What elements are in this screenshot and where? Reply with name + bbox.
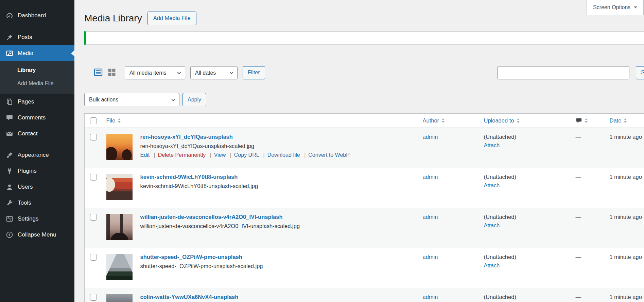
admin-menu: Dashboard Posts Media Library Add Media … [0,0,74,243]
edit-link[interactable]: Edit [140,152,150,158]
media-row: colin-watts-YwwUXa6NvX4-unsplash colin-w… [85,288,644,302]
sidebar-item-dashboard[interactable]: Dashboard [0,7,74,23]
sort-arrows-icon [585,118,588,123]
media-thumbnail[interactable] [106,134,133,160]
sidebar-item-tools[interactable]: Tools [0,195,74,211]
author-link[interactable]: admin [423,134,438,140]
sidebar-item-collapse-menu[interactable]: Collapse Menu [0,227,74,243]
sort-by-file[interactable]: File [106,117,121,124]
sort-by-comments[interactable] [576,117,588,124]
filter-button[interactable]: Filter [243,66,265,79]
media-thumbnail[interactable] [106,254,133,280]
author-link[interactable]: admin [423,174,438,180]
media-row: kevin-schmid-9WicLhY0tI8-unsplash kevin-… [85,168,644,208]
media-title-link[interactable]: kevin-schmid-9WicLhY0tI8-unsplash [140,174,238,180]
media-title-link[interactable]: shutter-speed-_OZPiiW-pmo-unsplash [140,254,242,260]
media-row: shutter-speed-_OZPiiW-pmo-unsplash shutt… [85,248,644,288]
media-thumbnail[interactable] [106,214,133,240]
sidebar-item-contact[interactable]: Contact [0,126,74,141]
admin-sidebar: Dashboard Posts Media Library Add Media … [0,0,74,302]
media-filename: kevin-schmid-9WicLhY0tI8-unsplash-scaled… [140,183,258,189]
convert-to-webp-link[interactable]: Convert to WebP [301,152,350,158]
sidebar-item-appearance[interactable]: Appearance [0,147,74,163]
menu-separator [0,141,74,147]
sidebar-item-users[interactable]: Users [0,179,74,195]
sort-by-uploaded-to[interactable]: Uploaded to [484,117,520,124]
sidebar-item-label: Posts [18,34,32,41]
collapse-arrow-icon [6,231,13,239]
success-notice [84,31,644,45]
filter-toolbar: All media items All dates Filter Search … [84,66,644,79]
row-checkbox[interactable] [90,214,97,221]
upload-date: 1 minute ago [610,294,642,300]
author-link[interactable]: admin [423,294,438,300]
search-media-button[interactable]: Search Media [636,66,644,79]
add-media-file-button[interactable]: Add Media File [147,12,196,25]
row-checkbox[interactable] [90,254,97,261]
screen-options-tab[interactable]: Screen Options [587,0,644,15]
search-box: Search Media [497,66,644,79]
screen-options-label: Screen Options [593,4,630,11]
download-file-link[interactable]: Download file [260,152,300,158]
upload-date: 1 minute ago [610,254,642,260]
grid-view-button[interactable] [107,68,116,78]
attach-link[interactable]: Attach [484,142,500,149]
uploaded-to-status: (Unattached) [484,254,569,260]
sidebar-item-label: Users [18,184,33,190]
paintbrush-icon [6,151,13,159]
attach-link[interactable]: Attach [484,262,500,269]
media-submenu: Library Add Media File [0,61,74,94]
media-filename: willian-justen-de-vasconcellos-v4rA2O0_I… [140,223,300,229]
media-thumbnail[interactable] [106,294,133,302]
sidebar-item-pages[interactable]: Pages [0,94,74,110]
row-checkbox[interactable] [90,294,97,301]
media-title-link[interactable]: willian-justen-de-vasconcellos-v4rA2O0_I… [140,214,283,220]
media-list-table: File Author Uploaded to [84,113,644,302]
sidebar-item-settings[interactable]: Settings [0,211,74,227]
pushpin-icon [6,34,13,41]
apply-button[interactable]: Apply [182,93,206,106]
bulk-actions-select[interactable]: Bulk actions [84,93,179,106]
page-title: Media Library [84,13,142,24]
chevron-down-icon [634,6,637,8]
list-view-button[interactable] [94,68,103,78]
date-filter-select[interactable]: All dates [190,66,238,79]
media-filename: shutter-speed-_OZPiiW-pmo-unsplash-scale… [140,263,263,269]
delete-permanently-link[interactable]: Delete Permanently [151,152,206,158]
upload-date: 1 minute ago [610,174,642,180]
search-input[interactable] [497,66,629,79]
sidebar-item-media[interactable]: Media [0,45,74,61]
media-thumbnail[interactable] [106,174,133,200]
select-all-checkbox[interactable] [90,117,97,124]
row-checkbox[interactable] [90,174,97,181]
sidebar-item-label: Tools [18,200,31,206]
comment-count: — [576,134,581,140]
attach-link[interactable]: Attach [484,222,500,229]
comments-icon [6,114,13,121]
media-type-filter-select[interactable]: All media items [125,66,185,79]
settings-icon [6,215,13,223]
sort-by-author[interactable]: Author [423,117,445,124]
media-title-link[interactable]: colin-watts-YwwUXa6NvX4-unsplash [140,294,239,300]
sidebar-item-plugins[interactable]: Plugins [0,163,74,179]
uploaded-to-status: (Unattached) [484,214,569,220]
sidebar-item-comments[interactable]: Comments [0,110,74,126]
sidebar-item-label: Pages [18,98,34,105]
sidebar-subitem-library[interactable]: Library [0,63,74,77]
sidebar-item-label: Dashboard [18,12,46,19]
sidebar-item-label: Appearance [18,152,49,158]
bulk-actions-toolbar: Bulk actions Apply [84,93,644,107]
media-filename: ren-hosoya-xYI_dcYIQas-unsplash-scaled.j… [140,143,350,149]
copy-url-link[interactable]: Copy URL [227,152,259,158]
sidebar-subitem-add-media-file[interactable]: Add Media File [0,77,74,90]
view-link[interactable]: View [207,152,226,158]
media-title-link[interactable]: ren-hosoya-xYI_dcYIQas-unsplash [140,134,233,140]
comment-count: — [576,294,581,300]
sidebar-item-label: Contact [18,130,38,137]
row-checkbox[interactable] [90,134,97,140]
author-link[interactable]: admin [423,214,438,220]
sidebar-item-posts[interactable]: Posts [0,29,74,45]
attach-link[interactable]: Attach [484,182,500,189]
sort-by-date[interactable]: Date [610,117,627,124]
author-link[interactable]: admin [423,254,438,260]
